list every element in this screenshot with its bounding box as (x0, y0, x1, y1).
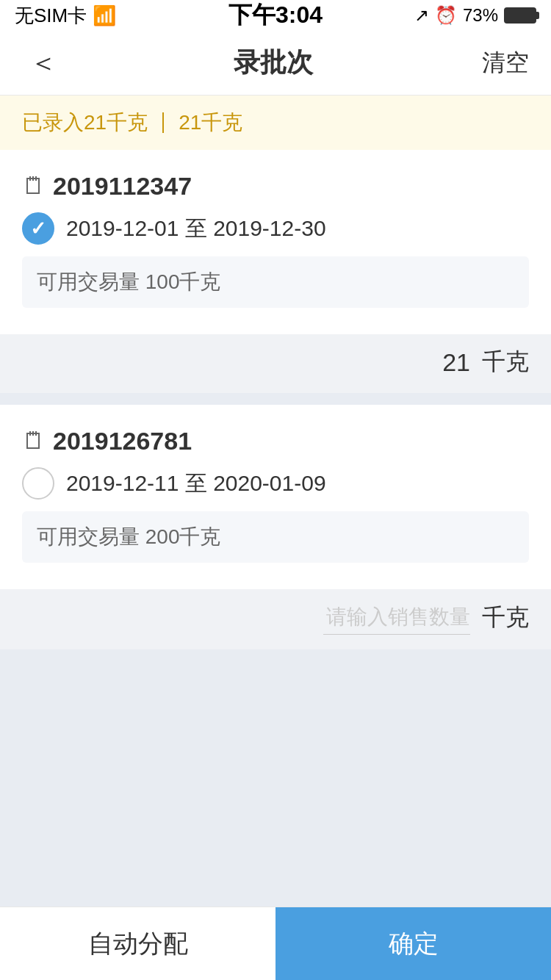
wifi-icon: 📶 (93, 4, 116, 27)
batch-id-1: 2019112347 (53, 172, 192, 201)
qty-value-1: 21 (442, 348, 470, 377)
battery-icon (504, 7, 536, 24)
info-banner: 已录入21千克 21千克 (0, 96, 551, 150)
status-right: ↗ ⏰ 73% (414, 5, 536, 26)
available-qty-1: 可用交易量 100千克 (22, 256, 529, 308)
status-bar: 无SIM卡 📶 下午3:04 ↗ ⏰ 73% (0, 0, 551, 31)
qty-row-1: 21 千克 (0, 334, 551, 393)
bottom-bar: 自动分配 确定 (0, 907, 551, 980)
batch-header-2: 🗒 2019126781 (22, 427, 529, 455)
location-icon: ↗ (414, 5, 429, 26)
nav-bar: ＜ 录批次 清空 (0, 31, 551, 96)
info-divider (162, 112, 164, 133)
batch-date-row-2: 2019-12-11 至 2020-01-09 (22, 467, 529, 500)
batch-date-row-1: 2019-12-01 至 2019-12-30 (22, 212, 529, 245)
info-value: 21千克 (179, 109, 242, 137)
doc-icon-2: 🗒 (22, 428, 46, 455)
radio-2[interactable] (22, 467, 54, 500)
qty-input-2[interactable] (323, 601, 470, 635)
item-separator (0, 393, 551, 405)
status-left: 无SIM卡 📶 (15, 3, 116, 29)
page-title: 录批次 (234, 45, 313, 81)
status-time: 下午3:04 (228, 0, 323, 32)
batch-item-2: 🗒 2019126781 2019-12-11 至 2020-01-09 可用交… (0, 405, 551, 589)
batch-item-1: 🗒 2019112347 2019-12-01 至 2019-12-30 可用交… (0, 150, 551, 334)
carrier-text: 无SIM卡 (15, 3, 87, 29)
qty-unit-2: 千克 (482, 602, 529, 634)
radio-1[interactable] (22, 212, 54, 245)
batch-date-1: 2019-12-01 至 2019-12-30 (66, 214, 326, 244)
back-button[interactable]: ＜ (22, 37, 65, 89)
batch-id-2: 2019126781 (53, 427, 192, 455)
batch-date-2: 2019-12-11 至 2020-01-09 (66, 469, 326, 499)
alarm-icon: ⏰ (435, 5, 457, 26)
qty-unit-1: 千克 (482, 346, 529, 378)
batch-header-1: 🗒 2019112347 (22, 172, 529, 201)
confirm-button[interactable]: 确定 (276, 907, 551, 980)
available-qty-2: 可用交易量 200千克 (22, 511, 529, 563)
battery-text: 73% (463, 5, 498, 26)
qty-row-2: 千克 (0, 589, 551, 649)
info-label: 已录入21千克 (22, 109, 148, 137)
doc-icon-1: 🗒 (22, 173, 46, 200)
clear-button[interactable]: 清空 (482, 47, 529, 79)
auto-distribute-button[interactable]: 自动分配 (0, 907, 276, 980)
